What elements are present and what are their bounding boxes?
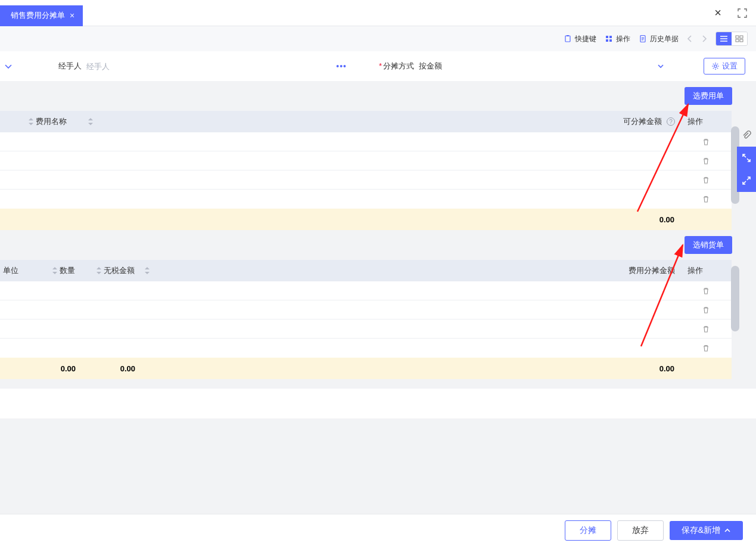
table-row[interactable]	[0, 151, 732, 170]
table-row[interactable]	[0, 170, 732, 190]
total-alloc: 0.00	[140, 364, 680, 373]
table-row[interactable]	[0, 281, 732, 300]
column-header-blank[interactable]	[83, 111, 94, 132]
column-allocatable-amount[interactable]: 可分摊金额?	[94, 111, 680, 132]
method-input[interactable]	[419, 60, 665, 73]
expand-alt-icon[interactable]	[737, 169, 756, 192]
column-qty[interactable]: 数量	[24, 260, 80, 281]
shortcut-link[interactable]: 快捷键	[564, 34, 596, 44]
svg-point-11	[714, 65, 717, 67]
prev-record-icon[interactable]	[687, 35, 693, 43]
table-row[interactable]	[0, 190, 732, 209]
svg-rect-5	[609, 39, 612, 42]
next-record-icon[interactable]	[701, 35, 707, 43]
scrollbar[interactable]	[731, 266, 739, 331]
column-header-blank[interactable]	[140, 260, 155, 281]
column-ops: 操作	[680, 260, 732, 281]
delete-row-icon[interactable]	[680, 132, 732, 151]
gear-icon	[711, 62, 720, 70]
abandon-button[interactable]: 放弃	[617, 520, 664, 541]
delete-row-icon[interactable]	[680, 319, 732, 338]
delete-row-icon[interactable]	[680, 339, 732, 358]
svg-rect-4	[606, 39, 608, 42]
distribute-button[interactable]: 分摊	[565, 520, 611, 541]
delete-row-icon[interactable]	[680, 190, 732, 209]
delete-row-icon[interactable]	[680, 151, 732, 170]
document-icon	[639, 35, 647, 43]
total-notax: 0.00	[80, 364, 140, 373]
select-expense-button[interactable]: 选费用单	[685, 87, 732, 105]
view-list-icon[interactable]	[716, 32, 732, 45]
help-icon[interactable]: ?	[667, 117, 675, 126]
grid-icon	[605, 35, 613, 43]
column-unit[interactable]: 单位	[0, 260, 24, 281]
svg-rect-3	[609, 36, 612, 38]
chevron-down-icon[interactable]	[657, 62, 665, 70]
column-expense-name[interactable]: 费用名称	[24, 111, 83, 132]
tab-title: 销售费用分摊单	[11, 10, 65, 21]
total-allocatable-amount: 0.00	[83, 215, 680, 224]
table-row[interactable]	[0, 132, 732, 151]
chevron-up-icon	[724, 527, 731, 534]
column-notax[interactable]: 无税金额	[80, 260, 140, 281]
close-tab-icon[interactable]: ×	[70, 11, 74, 20]
handler-picker-icon[interactable]: •••	[332, 61, 350, 71]
operate-link[interactable]: 操作	[605, 34, 630, 44]
delete-row-icon[interactable]	[680, 281, 732, 300]
handler-label: 经手人	[58, 61, 82, 72]
chevron-down-icon[interactable]	[4, 61, 13, 71]
column-alloc-amount[interactable]: 费用分摊金额	[155, 260, 680, 281]
svg-rect-1	[567, 35, 569, 36]
table-row[interactable]	[0, 300, 732, 319]
table-row[interactable]	[0, 319, 732, 339]
attachment-icon[interactable]	[737, 124, 756, 147]
svg-rect-0	[565, 36, 570, 42]
table-row[interactable]	[0, 339, 732, 358]
handler-input[interactable]	[86, 60, 328, 73]
close-panel-icon[interactable]: ×	[710, 5, 726, 21]
column-header[interactable]	[0, 111, 24, 132]
svg-rect-2	[606, 36, 608, 38]
total-qty: 0.00	[24, 364, 80, 373]
clipboard-icon	[564, 35, 572, 43]
select-sales-button[interactable]: 选销货单	[685, 236, 732, 254]
expand-icon[interactable]	[737, 147, 756, 169]
delete-row-icon[interactable]	[680, 300, 732, 319]
column-ops: 操作	[680, 111, 732, 132]
method-label: *分摊方式	[379, 61, 414, 72]
delete-row-icon[interactable]	[680, 170, 732, 189]
save-and-new-button[interactable]: 保存&新增	[670, 521, 743, 540]
tab-sales-expense-allocation[interactable]: 销售费用分摊单 ×	[0, 5, 83, 26]
history-link[interactable]: 历史单据	[639, 34, 679, 44]
fullscreen-icon[interactable]	[737, 8, 748, 18]
